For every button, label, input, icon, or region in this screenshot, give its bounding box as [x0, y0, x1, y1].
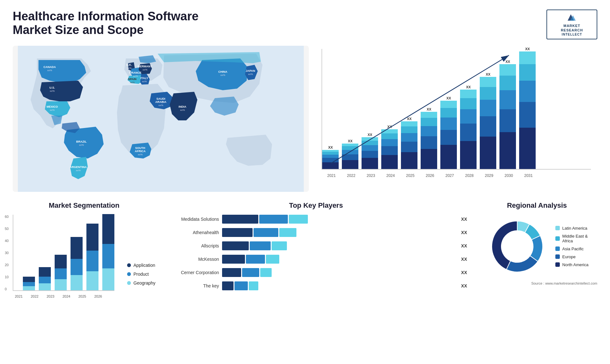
bar-group: XX	[381, 125, 398, 169]
bar-segment	[421, 136, 437, 149]
bar-stacked	[362, 137, 378, 169]
player-xx-label: XX	[461, 257, 467, 262]
bar-segment	[362, 158, 378, 169]
bar-year-label: 2022	[341, 173, 361, 178]
player-bars	[222, 281, 455, 290]
world-map: CANADA xx% U.S. xx% MEXICO xx% BRAZIL xx…	[13, 46, 309, 192]
legend-text-mea: Middle East &Africa	[562, 234, 588, 243]
legend-dot-geography	[127, 281, 131, 285]
seg-stacked	[23, 277, 35, 290]
bar-chart-inner: XXXXXXXXXXXXXXXXXXXXXX 20212022202320242…	[322, 49, 591, 179]
bar-segment	[519, 51, 536, 64]
seg-y30: 30	[5, 251, 9, 255]
svg-text:SAUDI: SAUDI	[156, 97, 165, 100]
seg-bar-segment	[23, 277, 35, 282]
player-xx-label: XX	[461, 230, 467, 235]
logo: MARKET RESEARCH INTELLECT	[546, 10, 597, 39]
top-section: CANADA xx% U.S. xx% MEXICO xx% BRAZIL xx…	[13, 46, 597, 192]
legend-latin-america: Latin America	[555, 226, 588, 231]
player-bar-segment	[242, 268, 259, 277]
bar-group: XX	[421, 107, 437, 169]
regional-title: Regional Analysis	[477, 201, 597, 210]
svg-text:xx%: xx%	[220, 74, 225, 77]
seg-y60: 60	[5, 215, 9, 219]
bar-xx-label: XX	[348, 139, 353, 143]
bar-year-label: 2025	[400, 173, 420, 178]
seg-bar-segment	[86, 271, 98, 290]
bar-group: XX	[362, 133, 378, 169]
bar-chart-bars: XXXXXXXXXXXXXXXXXXXXXX	[322, 49, 591, 170]
svg-text:xx%: xx%	[130, 81, 135, 84]
bar-segment	[519, 81, 536, 102]
bar-group: XX	[480, 72, 496, 169]
player-name: McKesson	[165, 257, 219, 262]
seg-year-label: 2021	[13, 294, 25, 298]
bar-segment	[460, 124, 477, 141]
svg-text:JAPAN: JAPAN	[246, 69, 255, 72]
player-bar-segment	[272, 241, 287, 250]
svg-text:U.S.: U.S.	[49, 86, 55, 89]
bar-segment	[322, 158, 339, 162]
seg-bar-segment	[86, 224, 98, 251]
logo-icon	[566, 13, 578, 22]
seg-stacked	[39, 267, 51, 290]
bar-group: XX	[460, 85, 477, 169]
bar-segment	[519, 64, 536, 81]
legend-color-europe	[555, 254, 560, 259]
svg-text:xx%: xx%	[127, 67, 132, 70]
bar-segment	[499, 90, 516, 109]
seg-bar-segment	[23, 282, 35, 286]
bar-segment	[401, 133, 417, 142]
seg-bar-group	[39, 267, 51, 290]
seg-y20: 20	[5, 263, 9, 267]
seg-bar-group	[71, 237, 83, 290]
player-name: Cerner Corporation	[165, 270, 219, 275]
bar-xx-label: XX	[466, 85, 471, 89]
seg-year-label: 2026	[92, 294, 104, 298]
seg-y0: 0	[5, 287, 9, 291]
seg-bar-segment	[102, 214, 114, 244]
svg-text:CHINA: CHINA	[218, 70, 227, 73]
player-bar-segment	[259, 215, 288, 224]
legend-color-latin	[555, 226, 560, 230]
players-list: Medidata SolutionsXXAthenahealthXXAllscr…	[165, 215, 467, 290]
legend-label-geography: Geography	[133, 280, 155, 286]
player-row: Cerner CorporationXX	[165, 268, 467, 277]
svg-text:xx%: xx%	[47, 69, 52, 72]
regional-section: Regional Analysis Latin America Middle E…	[477, 201, 597, 298]
svg-text:ITALY: ITALY	[140, 77, 148, 80]
bar-segment	[342, 150, 358, 154]
legend-text-europe: Europe	[562, 254, 576, 259]
seg-bar-segment	[71, 275, 83, 290]
legend-text-na: North America	[562, 262, 588, 267]
bar-group: XX	[440, 96, 457, 169]
svg-text:xx%: xx%	[142, 80, 147, 83]
seg-bar-segment	[86, 251, 98, 271]
bar-xx-label: XX	[446, 96, 451, 100]
bar-xx-label: XX	[328, 145, 333, 149]
bar-segment	[322, 162, 339, 169]
bar-segment	[480, 87, 496, 100]
seg-bar-segment	[39, 267, 51, 277]
seg-bar-segment	[55, 268, 67, 279]
player-xx-label: XX	[461, 283, 467, 288]
seg-bar-segment	[55, 279, 67, 290]
bar-segment	[362, 151, 378, 158]
bar-segment	[499, 64, 516, 76]
legend-geography: Geography	[127, 280, 155, 286]
seg-stacked	[55, 255, 67, 290]
seg-bar-group	[55, 255, 67, 290]
bar-stacked	[519, 51, 536, 169]
source-text: Source : www.marketresearchintellect.com	[477, 281, 597, 285]
legend-text-latin: Latin America	[562, 226, 587, 231]
bar-segment	[421, 112, 437, 118]
bar-year-label: 2031	[518, 173, 538, 178]
legend-text-apac: Asia Pacific	[562, 246, 584, 251]
bar-segment	[480, 137, 496, 169]
bar-stacked	[401, 121, 417, 169]
player-xx-label: XX	[461, 270, 467, 275]
bar-segment	[342, 144, 358, 146]
player-bar-segment	[222, 255, 245, 264]
bar-segment	[499, 132, 516, 169]
legend-product: Product	[127, 272, 155, 277]
